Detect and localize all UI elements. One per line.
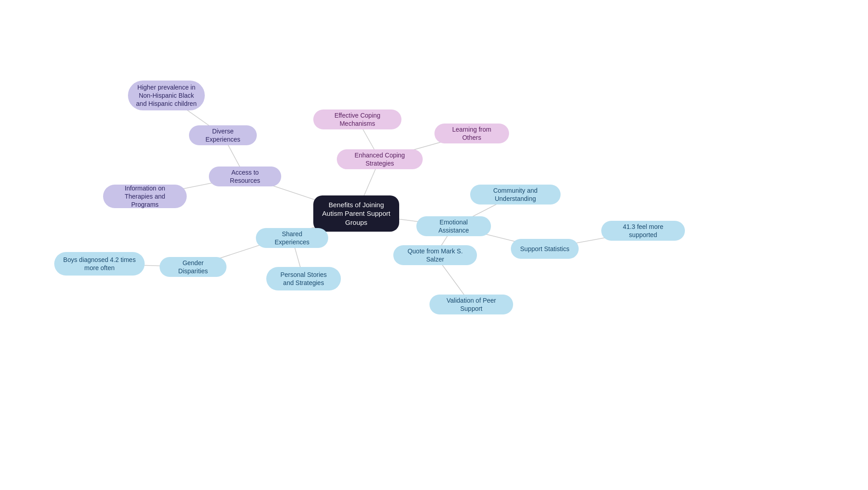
node-infoTherapies: Information on Therapies and Programs	[103, 185, 187, 208]
node-supportStatistics: Support Statistics	[511, 239, 579, 259]
node-higherPrevalence: Higher prevalence in Non-Hispanic Black …	[128, 81, 205, 110]
node-genderDisparities: Gender Disparities	[160, 257, 226, 277]
node-effectiveCoping: Effective Coping Mechanisms	[313, 109, 401, 129]
node-learningFromOthers: Learning from Others	[434, 124, 509, 143]
node-sharedExperiences: Shared Experiences	[256, 228, 328, 248]
node-emotionalAssistance: Emotional Assistance	[416, 216, 491, 236]
mind-map: Benefits of Joining Autism Parent Suppor…	[0, 0, 868, 490]
node-feelMoreSupported: 41.3 feel more supported	[601, 221, 685, 241]
node-center: Benefits of Joining Autism Parent Suppor…	[313, 195, 399, 232]
node-enhancedCoping: Enhanced Coping Strategies	[337, 149, 423, 169]
node-personalStories: Personal Stories and Strategies	[266, 267, 341, 290]
node-quoteMarkSalzer: Quote from Mark S. Salzer	[393, 245, 477, 265]
node-accessToResources: Access to Resources	[209, 167, 281, 186]
node-communityUnderstanding: Community and Understanding	[470, 185, 561, 205]
node-diverseExperiences: Diverse Experiences	[189, 125, 257, 145]
node-validationPeerSupport: Validation of Peer Support	[429, 295, 513, 314]
node-boysDiagnosed: Boys diagnosed 4.2 times more often	[54, 252, 145, 276]
